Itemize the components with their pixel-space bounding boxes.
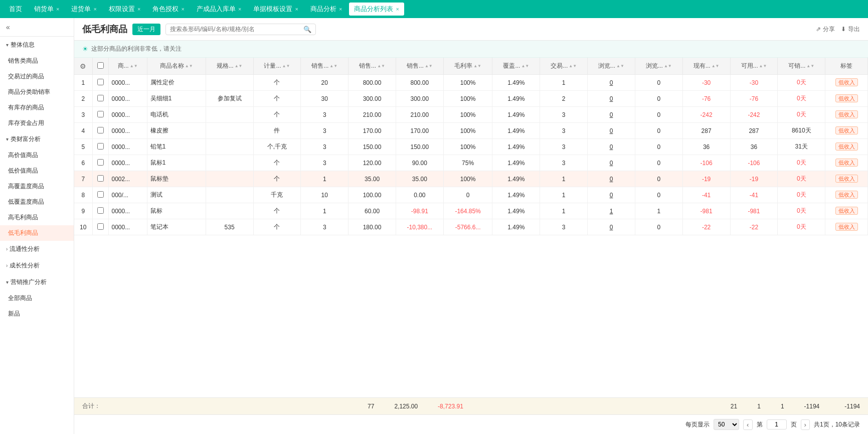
row-checkbox[interactable]	[97, 95, 104, 101]
row-browse1[interactable]: 0	[588, 139, 635, 155]
col-code-header[interactable]: 商... ▲▼	[108, 58, 147, 75]
nav-product-analysis[interactable]: 商品分析 ×	[305, 3, 347, 16]
col-available-header[interactable]: 可用... ▲▼	[730, 58, 778, 75]
col-trade-header[interactable]: 交易... ▲▼	[540, 58, 588, 75]
search-box: 🔍	[165, 24, 316, 35]
row-checkbox-cell[interactable]	[92, 75, 108, 91]
row-browse1[interactable]: 0	[588, 155, 635, 171]
nav-close-icon[interactable]: ×	[337, 6, 342, 12]
nav-close-icon[interactable]: ×	[92, 6, 96, 12]
col-unit-header[interactable]: 计量... ▲▼	[253, 58, 301, 75]
nav-template-settings[interactable]: 单据模板设置 ×	[248, 3, 303, 16]
col-sales-price-header[interactable]: 销售... ▲▼	[349, 58, 396, 75]
next-page-button[interactable]: ›	[801, 419, 810, 430]
row-checkbox-cell[interactable]	[92, 203, 108, 219]
sidebar-item-traded-goods[interactable]: 交易过的商品	[0, 69, 74, 84]
row-browse1[interactable]: 0	[588, 123, 635, 139]
col-salable-header[interactable]: 可销... ▲▼	[778, 58, 825, 75]
row-checkbox-cell[interactable]	[92, 107, 108, 123]
sidebar-item-high-coverage[interactable]: 高覆盖度商品	[0, 179, 74, 194]
sidebar-group-circulation[interactable]: › 流通性分析	[0, 241, 74, 257]
row-checkbox-cell[interactable]	[92, 187, 108, 203]
page-number-input[interactable]	[767, 419, 787, 429]
col-coverage-header[interactable]: 覆盖... ▲▼	[492, 58, 540, 75]
col-browse2-header[interactable]: 浏览... ▲▼	[635, 58, 682, 75]
prev-page-button[interactable]: ‹	[743, 419, 752, 430]
row-browse1[interactable]: 0	[588, 75, 635, 91]
col-sales-qty-header[interactable]: 销售... ▲▼	[301, 58, 349, 75]
search-input[interactable]	[170, 26, 303, 33]
nav-sales-order[interactable]: 销货单 ×	[29, 3, 64, 16]
sidebar-group-wealth-analysis[interactable]: ▾ 类财富分析	[0, 131, 74, 148]
export-button[interactable]: ⬇ 导出	[841, 25, 860, 34]
row-checkbox-cell[interactable]	[92, 155, 108, 171]
sidebar-item-category-rate[interactable]: 商品分类助销率	[0, 84, 74, 100]
col-gross-rate-header[interactable]: 毛利率 ▲▼	[443, 58, 492, 75]
row-current: -19	[682, 171, 730, 187]
col-name-header[interactable]: 商品名称 ▲▼	[147, 58, 206, 75]
col-browse1-header[interactable]: 浏览... ▲▼	[588, 58, 635, 75]
row-browse1[interactable]: 0	[588, 219, 635, 235]
nav-close-icon[interactable]: ×	[55, 6, 59, 12]
row-coverage: 1.49%	[492, 107, 540, 123]
row-unit: 个	[253, 107, 301, 123]
nav-purchase-order[interactable]: 进货单 ×	[66, 3, 101, 16]
row-checkbox[interactable]	[97, 79, 104, 85]
nav-close-icon[interactable]: ×	[237, 6, 241, 12]
sidebar-group-overall-info[interactable]: ▾ 整体信息	[0, 37, 74, 53]
nav-product-analysis-list[interactable]: 商品分析列表 ×	[349, 3, 404, 16]
row-browse1[interactable]: 0	[588, 171, 635, 187]
col-tag-header[interactable]: 标签	[825, 58, 868, 75]
sidebar-item-low-coverage[interactable]: 低覆盖度商品	[0, 194, 74, 210]
row-checkbox[interactable]	[97, 175, 104, 182]
nav-role-auth[interactable]: 角色授权 ×	[147, 3, 189, 16]
row-browse1[interactable]: 0	[588, 187, 635, 203]
col-gear[interactable]: ⚙	[74, 58, 92, 75]
row-browse1[interactable]: 1	[588, 203, 635, 219]
col-current-header[interactable]: 现有... ▲▼	[682, 58, 730, 75]
row-checkbox[interactable]	[97, 207, 104, 214]
row-checkbox[interactable]	[97, 127, 104, 133]
row-checkbox-cell[interactable]	[92, 139, 108, 155]
nav-close-icon[interactable]: ×	[136, 6, 140, 12]
nav-permissions[interactable]: 权限设置 ×	[104, 3, 145, 16]
col-checkbox-all[interactable]	[92, 58, 108, 75]
row-checkbox[interactable]	[97, 143, 104, 150]
row-checkbox-cell[interactable]	[92, 123, 108, 139]
select-all-checkbox[interactable]	[97, 62, 104, 69]
share-button[interactable]: ⇗ 分享	[816, 25, 835, 34]
sidebar-group-marketing[interactable]: ▾ 营销推广分析	[0, 274, 74, 291]
sidebar-item-in-stock-goods[interactable]: 有库存的商品	[0, 100, 74, 115]
row-checkbox[interactable]	[97, 191, 104, 198]
nav-close-icon[interactable]: ×	[180, 6, 184, 12]
period-button[interactable]: 近一月	[132, 24, 160, 35]
nav-product-entry[interactable]: 产成品入库单 ×	[192, 3, 246, 16]
sidebar-item-low-value[interactable]: 低价值商品	[0, 163, 74, 179]
per-page-select[interactable]: 50 100 200	[714, 419, 739, 430]
row-checkbox-cell[interactable]	[92, 171, 108, 187]
row-checkbox[interactable]	[97, 111, 104, 117]
nav-close-icon[interactable]: ×	[394, 6, 399, 12]
row-available: 36	[730, 139, 778, 155]
sidebar-item-inventory-capital[interactable]: 库存资金占用	[0, 115, 74, 131]
nav-home[interactable]: 首页	[4, 3, 27, 16]
col-sales-profit-header[interactable]: 销售... ▲▼	[396, 58, 443, 75]
sidebar-item-sales-goods[interactable]: 销售类商品	[0, 53, 74, 69]
row-checkbox[interactable]	[97, 159, 104, 166]
gear-icon[interactable]: ⚙	[80, 62, 86, 70]
sidebar-item-all-goods[interactable]: 全部商品	[0, 291, 74, 306]
row-checkbox-cell[interactable]	[92, 219, 108, 235]
row-checkbox-cell[interactable]	[92, 91, 108, 107]
sidebar-item-low-margin[interactable]: 低毛利商品	[0, 225, 74, 241]
nav-close-icon[interactable]: ×	[293, 6, 298, 12]
row-name: 铅笔1	[147, 139, 206, 155]
row-browse1[interactable]: 0	[588, 107, 635, 123]
row-browse1[interactable]: 0	[588, 91, 635, 107]
col-spec-header[interactable]: 规格... ▲▼	[206, 58, 253, 75]
sidebar-collapse-button[interactable]: «	[4, 21, 12, 33]
sidebar-item-new-goods[interactable]: 新品	[0, 306, 74, 322]
sidebar-item-high-margin[interactable]: 高毛利商品	[0, 210, 74, 225]
sidebar-group-growth[interactable]: › 成长性分析	[0, 257, 74, 274]
row-checkbox[interactable]	[97, 223, 104, 230]
sidebar-item-high-value[interactable]: 高价值商品	[0, 148, 74, 163]
